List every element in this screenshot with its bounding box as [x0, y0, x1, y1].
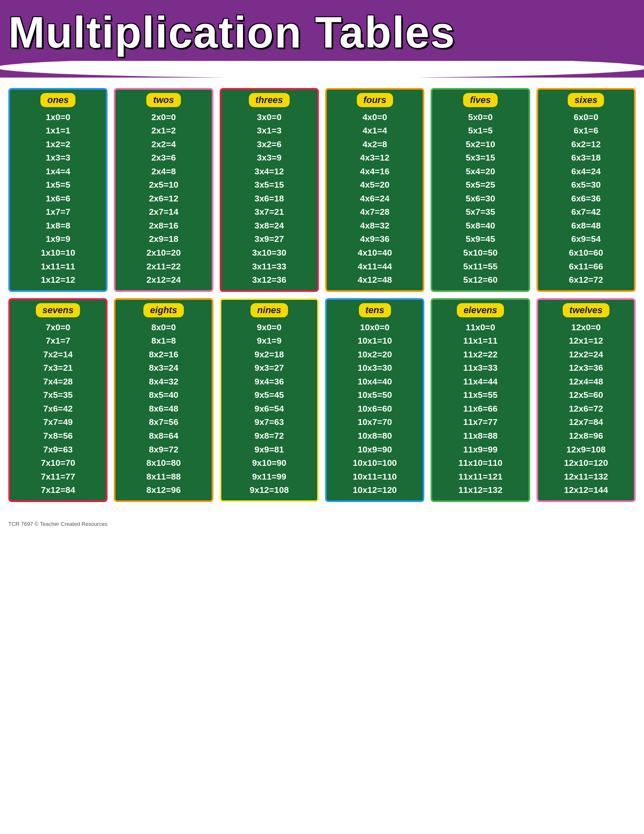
table-row: 2x3=6 — [151, 151, 176, 165]
table-row: 6x9=54 — [571, 232, 601, 246]
table-label-nines: nines — [251, 303, 288, 317]
tables-grid: ones1x0=01x1=11x2=21x3=31x4=41x5=51x6=61… — [8, 88, 636, 502]
header-wave — [0, 61, 644, 78]
table-row: 10x2=20 — [358, 348, 392, 362]
table-row: 1x2=2 — [46, 138, 70, 151]
table-card-nines: nines9x0=09x1=99x2=189x3=279x4=369x5=459… — [220, 298, 319, 502]
table-row: 4x3=12 — [360, 151, 390, 165]
table-row: 6x11=66 — [569, 260, 603, 274]
table-row: 11x5=55 — [463, 388, 497, 402]
table-row: 3x12=36 — [252, 273, 286, 287]
table-row: 3x3=9 — [257, 151, 281, 165]
table-row: 5x2=10 — [466, 138, 495, 151]
header: Multiplication Tables — [0, 0, 644, 61]
table-row: 12x11=132 — [564, 470, 608, 484]
table-row: 7x6=42 — [43, 402, 73, 416]
table-row: 12x2=24 — [569, 348, 603, 362]
table-row: 5x1=5 — [468, 124, 493, 138]
table-row: 8x0=0 — [151, 321, 176, 334]
table-row: 1x8=8 — [46, 219, 70, 233]
table-row: 3x1=3 — [257, 124, 281, 138]
table-card-sixes: sixes6x0=06x1=66x2=126x3=186x4=246x5=306… — [536, 88, 636, 292]
table-row: 8x2=16 — [149, 348, 178, 362]
table-row: 11x7=77 — [463, 415, 497, 429]
table-row: 4x11=44 — [358, 260, 392, 274]
table-card-sevens: sevens7x0=07x1=77x2=147x3=217x4=287x5=35… — [8, 298, 108, 502]
table-row: 8x12=96 — [146, 483, 180, 497]
table-row: 5x7=35 — [466, 205, 495, 219]
table-row: 9x9=81 — [254, 443, 284, 457]
table-row: 6x12=72 — [569, 273, 603, 287]
table-row: 3x5=15 — [254, 178, 284, 192]
table-row: 8x11=88 — [146, 470, 180, 484]
table-card-tens: tens10x0=010x1=1010x2=2010x3=3010x4=4010… — [325, 298, 424, 502]
table-row: 11x11=121 — [459, 470, 503, 484]
page-title: Multiplication Tables — [8, 4, 636, 61]
table-row: 2x4=8 — [151, 165, 176, 178]
table-row: 10x0=0 — [360, 321, 390, 334]
table-row: 2x5=10 — [149, 178, 178, 192]
table-row: 11x6=66 — [463, 402, 497, 416]
table-label-twos: twos — [146, 93, 180, 107]
table-row: 12x6=72 — [569, 402, 603, 416]
table-row: 1x12=12 — [41, 273, 75, 287]
table-row: 7x5=35 — [43, 388, 73, 402]
table-row: 7x3=21 — [43, 361, 73, 375]
table-row: 9x3=27 — [254, 361, 284, 375]
table-row: 3x4=12 — [254, 165, 284, 178]
table-row: 12x8=96 — [569, 429, 603, 443]
table-row: 9x1=9 — [257, 334, 281, 348]
table-row: 4x10=40 — [358, 246, 392, 260]
main-content: ones1x0=01x1=11x2=21x3=31x4=41x5=51x6=61… — [0, 78, 644, 519]
table-row: 12x3=36 — [569, 361, 603, 375]
table-card-twelves: twelves12x0=012x1=1212x2=2412x3=3612x4=4… — [536, 298, 636, 502]
table-row: 9x0=0 — [257, 321, 281, 334]
table-row: 11x8=88 — [463, 429, 497, 443]
table-row: 6x2=12 — [571, 138, 601, 151]
table-row: 4x5=20 — [360, 178, 390, 192]
table-row: 8x4=32 — [149, 375, 178, 389]
table-row: 5x0=0 — [468, 111, 493, 124]
table-row: 1x11=11 — [41, 260, 75, 274]
table-row: 3x9=27 — [254, 232, 284, 246]
table-row: 6x10=60 — [569, 246, 603, 260]
table-row: 2x12=24 — [146, 273, 180, 287]
table-row: 2x0=0 — [151, 111, 176, 124]
table-row: 2x1=2 — [151, 124, 176, 138]
table-card-elevens: elevens11x0=011x1=1111x2=2211x3=3311x4=4… — [431, 298, 530, 502]
table-row: 7x12=84 — [41, 483, 75, 497]
table-card-ones: ones1x0=01x1=11x2=21x3=31x4=41x5=51x6=61… — [8, 88, 108, 292]
table-label-ones: ones — [40, 93, 75, 107]
table-row: 2x9=18 — [149, 232, 178, 246]
table-row: 8x1=8 — [151, 334, 176, 348]
table-label-tens: tens — [359, 303, 391, 317]
table-row: 7x4=28 — [43, 375, 73, 389]
table-card-fives: fives5x0=05x1=55x2=105x3=155x4=205x5=255… — [431, 88, 530, 292]
table-card-twos: twos2x0=02x1=22x2=42x3=62x4=82x5=102x6=1… — [114, 88, 213, 292]
table-row: 10x9=90 — [358, 443, 392, 457]
table-row: 6x8=48 — [571, 219, 601, 233]
table-row: 12x10=120 — [564, 456, 608, 470]
table-label-eights: eights — [143, 303, 184, 317]
table-row: 4x8=32 — [360, 219, 390, 233]
table-row: 1x5=5 — [46, 178, 70, 192]
table-row: 10x11=110 — [353, 470, 397, 484]
table-row: 12x1=12 — [569, 334, 603, 348]
table-row: 12x4=48 — [569, 375, 603, 389]
table-row: 3x10=30 — [252, 246, 286, 260]
footer: TCR 7697 © Teacher Created Resources — [0, 519, 644, 529]
table-row: 7x2=14 — [43, 348, 73, 362]
table-row: 1x9=9 — [46, 232, 70, 246]
table-row: 11x12=132 — [459, 483, 503, 497]
table-label-fives: fives — [463, 93, 497, 107]
table-row: 10x10=100 — [353, 456, 397, 470]
table-row: 9x12=108 — [250, 483, 289, 497]
table-label-sixes: sixes — [568, 93, 604, 107]
table-row: 8x10=80 — [146, 456, 180, 470]
table-row: 8x8=64 — [149, 429, 178, 443]
table-row: 1x6=6 — [46, 192, 70, 206]
table-row: 3x8=24 — [254, 219, 284, 233]
table-row: 7x8=56 — [43, 429, 73, 443]
table-row: 4x1=4 — [363, 124, 387, 138]
table-row: 5x6=30 — [466, 192, 495, 206]
